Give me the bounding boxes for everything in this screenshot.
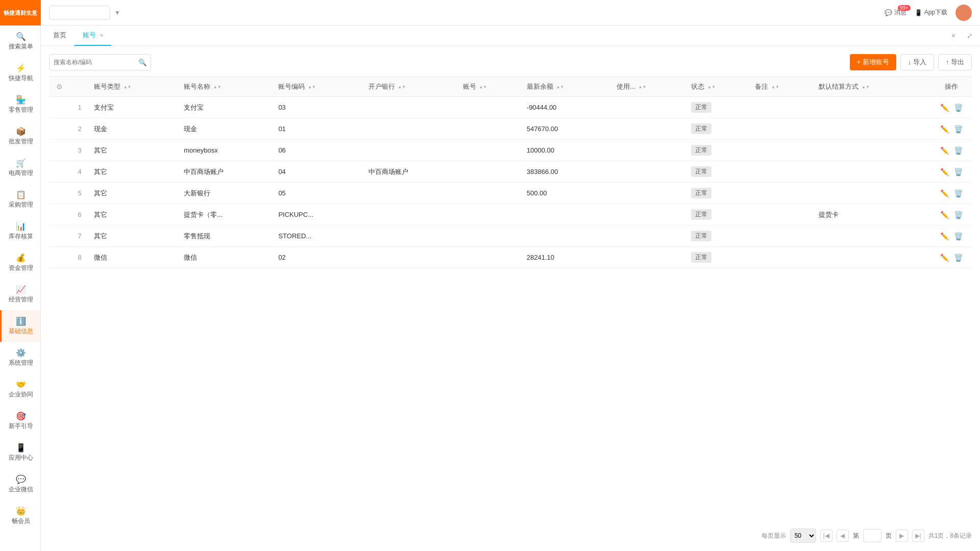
sidebar-item-system[interactable]: ⚙️ 系统管理 [0, 342, 40, 373]
row-default-payment [815, 97, 931, 118]
page-prev-button[interactable]: ◀ [837, 530, 849, 542]
th-bank[interactable]: 开户银行 ▲▼ [364, 77, 459, 97]
sidebar-item-wechat-work[interactable]: 💬 企业微信 [0, 468, 40, 500]
sidebar-item-shortcuts[interactable]: ⚡ 快捷导航 [0, 57, 40, 89]
sidebar-item-finance[interactable]: 💰 资金管理 [0, 247, 40, 279]
sidebar-item-enterprise-collab[interactable]: 🤝 企业协同 [0, 373, 40, 405]
page-word: 第 [853, 532, 859, 540]
message-button[interactable]: 💬 消息 99+ [885, 8, 906, 17]
status-badge: 正常 [691, 123, 712, 134]
delete-button[interactable]: 🗑️ [954, 168, 963, 176]
th-type[interactable]: 账号类型 ▲▼ [90, 77, 180, 97]
page-last-button[interactable]: ▶| [912, 530, 924, 542]
delete-button[interactable]: 🗑️ [954, 232, 963, 240]
table-row: 3 其它 moneybosx 06 10000.00 正常 ✏️ 🗑️ [49, 140, 972, 161]
th-name[interactable]: 账号名称 ▲▼ [180, 77, 274, 97]
sidebar-item-search[interactable]: 🔍 搜索菜单 [0, 26, 40, 57]
settings-icon[interactable]: ⚙ [56, 83, 63, 91]
edit-button[interactable]: ✏️ [940, 189, 949, 197]
edit-button[interactable]: ✏️ [940, 146, 949, 155]
inventory-icon: 📊 [16, 221, 26, 231]
app-download-button[interactable]: 📱 App下载 [915, 8, 947, 17]
th-remark[interactable]: 备注 ▲▼ [751, 77, 815, 97]
row-account [459, 247, 523, 268]
search-input[interactable] [50, 59, 134, 66]
sidebar-item-label: 畅会员 [12, 517, 30, 525]
row-settings [49, 161, 69, 183]
delete-button[interactable]: 🗑️ [954, 104, 963, 112]
sidebar-item-member[interactable]: 👑 畅会员 [0, 500, 40, 532]
window-close-button[interactable]: × [947, 30, 960, 42]
sidebar-item-inventory[interactable]: 📊 库存核算 [0, 215, 40, 247]
table-row: 4 其它 中百商场账户 04 中百商场账户 383866.00 正常 ✏️ 🗑️ [49, 161, 972, 183]
sidebar-item-retail[interactable]: 🏪 零售管理 [0, 89, 40, 120]
sort-icon: ▲▼ [124, 85, 132, 89]
th-status[interactable]: 状态 ▲▼ [687, 77, 751, 97]
add-account-button[interactable]: + 新增账号 [850, 54, 896, 70]
message-badge: 99+ [898, 5, 911, 11]
table-row: 1 支付宝 支付宝 03 -90444.00 正常 ✏️ 🗑️ [49, 97, 972, 118]
sidebar-item-wholesale[interactable]: 📦 批发管理 [0, 120, 40, 152]
page-number-input[interactable]: 1 [863, 529, 881, 542]
window-maximize-button[interactable]: ⤢ [964, 30, 976, 42]
row-remark [751, 247, 815, 268]
sort-icon: ▲▼ [479, 85, 487, 89]
import-button[interactable]: ↓ 导入 [900, 54, 934, 70]
delete-button[interactable]: 🗑️ [954, 125, 963, 133]
guide-icon: 🎯 [16, 411, 26, 421]
delete-button[interactable]: 🗑️ [954, 211, 963, 219]
top-search-input[interactable] [49, 6, 110, 20]
export-button[interactable]: ↑ 导出 [938, 54, 972, 70]
sidebar-item-app-center[interactable]: 📱 应用中心 [0, 437, 40, 468]
row-bank [364, 183, 459, 204]
sidebar-item-operations[interactable]: 📈 经营管理 [0, 279, 40, 310]
row-name: 零售抵现 [180, 226, 274, 247]
edit-button[interactable]: ✏️ [940, 232, 949, 240]
edit-button[interactable]: ✏️ [940, 211, 949, 219]
row-code: 03 [274, 97, 364, 118]
page-label: 页 [886, 532, 892, 540]
row-bank [364, 204, 459, 226]
delete-button[interactable]: 🗑️ [954, 254, 963, 262]
th-code[interactable]: 账号编码 ▲▼ [274, 77, 364, 97]
th-account[interactable]: 账号 ▲▼ [459, 77, 523, 97]
edit-button[interactable]: ✏️ [940, 254, 949, 262]
row-usage [612, 161, 687, 183]
th-default-payment[interactable]: 默认结算方式 ▲▼ [815, 77, 931, 97]
tab-account[interactable]: 账号 × [75, 26, 111, 46]
user-avatar[interactable] [955, 5, 972, 21]
th-usage[interactable]: 使用... ▲▼ [612, 77, 687, 97]
sidebar-item-purchase[interactable]: 📋 采购管理 [0, 184, 40, 215]
row-status: 正常 [687, 161, 751, 183]
wechat-work-icon: 💬 [16, 474, 26, 484]
tab-home[interactable]: 首页 [45, 26, 75, 46]
page-size-select[interactable]: 50 100 200 [790, 529, 816, 543]
pagination: 每页显示 50 100 200 |◀ ◀ 第 1 页 ▶ ▶| 共1页，8条记录 [762, 529, 972, 543]
th-settings[interactable]: ⚙ [49, 77, 69, 97]
search-button[interactable]: 🔍 [134, 54, 151, 70]
status-badge: 正常 [691, 145, 712, 156]
row-code: 05 [274, 183, 364, 204]
edit-button[interactable]: ✏️ [940, 168, 949, 176]
dropdown-arrow-icon[interactable]: ▼ [114, 9, 120, 16]
row-balance [523, 226, 612, 247]
sort-icon: ▲▼ [308, 85, 316, 89]
toolbar-right: + 新增账号 ↓ 导入 ↑ 导出 [850, 54, 972, 70]
app-download-label: App下载 [924, 8, 947, 17]
tab-close-icon[interactable]: × [100, 32, 103, 38]
sidebar-item-ecommerce[interactable]: 🛒 电商管理 [0, 152, 40, 184]
row-balance [523, 204, 612, 226]
sidebar-item-basic-info[interactable]: ℹ️ 基础信息 [0, 310, 40, 342]
th-balance[interactable]: 最新余额 ▲▼ [523, 77, 612, 97]
row-account [459, 226, 523, 247]
delete-button[interactable]: 🗑️ [954, 189, 963, 197]
edit-button[interactable]: ✏️ [940, 104, 949, 112]
delete-button[interactable]: 🗑️ [954, 146, 963, 155]
page-next-button[interactable]: ▶ [896, 530, 908, 542]
sidebar-item-label: 企业协同 [9, 390, 33, 399]
sidebar: 畅捷通财生意 🔍 搜索菜单 ⚡ 快捷导航 🏪 零售管理 📦 批发管理 🛒 电商管… [0, 0, 41, 551]
sidebar-item-guide[interactable]: 🎯 新手引导 [0, 405, 40, 437]
page-first-button[interactable]: |◀ [820, 530, 832, 542]
edit-button[interactable]: ✏️ [940, 125, 949, 133]
finance-icon: 💰 [16, 253, 26, 263]
